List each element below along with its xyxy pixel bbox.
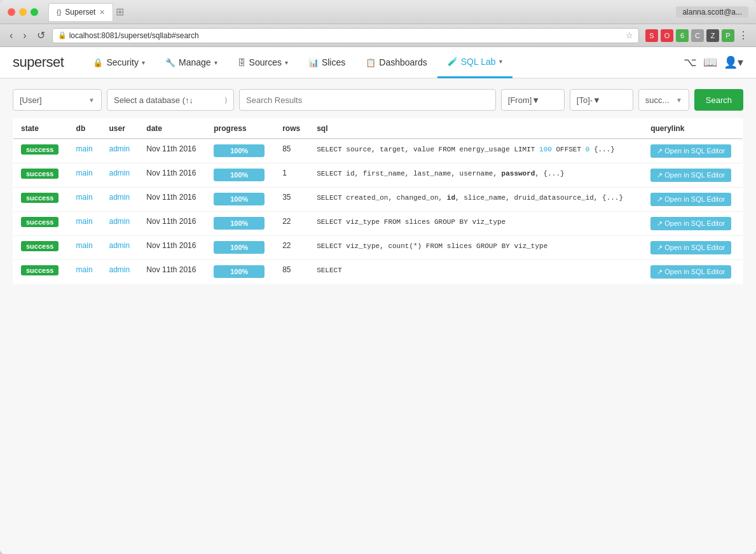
nav-item-sqllab[interactable]: 🧪 SQL Lab ▾ bbox=[437, 46, 512, 78]
table-row: success main admin Nov 11th 2016 100% 1 … bbox=[13, 163, 743, 188]
sql-code: SELECT viz_type FROM slices GROUP BY viz… bbox=[317, 217, 635, 228]
user-menu[interactable]: alanna.scott@a... bbox=[676, 6, 748, 18]
open-editor-button[interactable]: ↗ Open in SQL Editor bbox=[650, 265, 731, 279]
close-button[interactable] bbox=[8, 8, 15, 16]
nav-item-dashboards[interactable]: 📋 Dashboards bbox=[355, 46, 437, 78]
cell-user: admin bbox=[102, 163, 139, 188]
nav-label-manage: Manage bbox=[179, 57, 211, 67]
search-input-wrapper[interactable] bbox=[239, 89, 496, 111]
github-icon[interactable]: ⌥ bbox=[684, 55, 697, 69]
user-link[interactable]: admin bbox=[109, 144, 130, 153]
user-link[interactable]: admin bbox=[109, 169, 130, 177]
ext-icon-1[interactable]: S bbox=[645, 29, 658, 42]
user-link[interactable]: admin bbox=[109, 193, 130, 202]
cell-date: Nov 11th 2016 bbox=[139, 188, 206, 212]
progress-bar: 100% bbox=[214, 241, 265, 254]
open-editor-button[interactable]: ↗ Open in SQL Editor bbox=[650, 241, 731, 254]
forward-button[interactable]: › bbox=[20, 29, 29, 43]
security-icon: 🔒 bbox=[93, 58, 103, 67]
more-extensions-button[interactable]: ⋮ bbox=[737, 29, 750, 42]
slices-icon: 📊 bbox=[308, 58, 319, 67]
user-link[interactable]: admin bbox=[109, 265, 130, 274]
browser-toolbar: ‹ › ↺ 🔒 localhost:8081/superset/sqllab#s… bbox=[0, 24, 756, 47]
from-filter[interactable]: [From]▼ bbox=[501, 89, 565, 111]
status-badge: success bbox=[21, 144, 58, 155]
db-link[interactable]: main bbox=[76, 217, 93, 226]
table-row: success main admin Nov 11th 2016 100% 85… bbox=[13, 260, 743, 284]
status-filter-text: succ... bbox=[645, 95, 672, 105]
status-filter-caret-icon: ▼ bbox=[676, 97, 682, 104]
db-link[interactable]: main bbox=[76, 193, 93, 202]
table-row: success main admin Nov 11th 2016 100% 85… bbox=[13, 139, 743, 163]
cell-rows: 22 bbox=[275, 236, 309, 260]
progress-fill: 100% bbox=[214, 193, 265, 205]
db-link[interactable]: main bbox=[76, 144, 93, 153]
cell-querylink: ↗ Open in SQL Editor bbox=[643, 188, 743, 212]
database-filter-caret-icon: ) bbox=[225, 97, 227, 104]
search-input[interactable] bbox=[246, 95, 489, 105]
manage-icon: 🔧 bbox=[165, 58, 175, 67]
db-link[interactable]: main bbox=[76, 241, 93, 250]
maximize-button[interactable] bbox=[31, 8, 38, 16]
cell-sql: SELECT id, first_name, last_name, userna… bbox=[309, 163, 643, 188]
sql-code: SELECT id, first_name, last_name, userna… bbox=[317, 169, 635, 180]
cell-date: Nov 11th 2016 bbox=[139, 139, 206, 163]
cell-progress: 100% bbox=[206, 188, 275, 212]
ext-icon-3[interactable]: 6 bbox=[676, 29, 689, 42]
bookmark-icon[interactable]: ☆ bbox=[626, 31, 633, 40]
db-link[interactable]: main bbox=[76, 265, 93, 274]
ext-icon-6[interactable]: P bbox=[722, 29, 734, 42]
cell-rows: 22 bbox=[275, 212, 309, 236]
address-bar[interactable]: 🔒 localhost:8081/superset/sqllab#search … bbox=[52, 28, 639, 43]
table-row: success main admin Nov 11th 2016 100% 22… bbox=[13, 236, 743, 260]
cell-sql: SELECT source, target, value FROM energy… bbox=[309, 139, 643, 163]
to-filter-text: [To]-▼ bbox=[577, 95, 626, 105]
status-filter[interactable]: succ... ▼ bbox=[638, 89, 689, 111]
progress-bar: 100% bbox=[214, 217, 265, 230]
progress-fill: 100% bbox=[214, 217, 265, 230]
sql-code: SELECT source, target, value FROM energy… bbox=[317, 144, 635, 156]
user-link[interactable]: admin bbox=[109, 217, 130, 226]
open-editor-button[interactable]: ↗ Open in SQL Editor bbox=[650, 169, 731, 182]
cell-state: success bbox=[13, 212, 69, 236]
nav-item-sources[interactable]: 🗄 Sources ▾ bbox=[228, 46, 298, 78]
nav-item-manage[interactable]: 🔧 Manage ▾ bbox=[155, 46, 228, 78]
user-icon[interactable]: 👤▾ bbox=[724, 55, 743, 69]
database-filter[interactable]: Select a database (↑↓ ) bbox=[107, 89, 234, 111]
user-link[interactable]: admin bbox=[109, 241, 130, 250]
open-editor-button[interactable]: ↗ Open in SQL Editor bbox=[650, 193, 731, 206]
to-filter[interactable]: [To]-▼ bbox=[570, 89, 633, 111]
app-logo[interactable]: superset bbox=[13, 54, 64, 71]
minimize-button[interactable] bbox=[19, 8, 27, 16]
ext-icon-2[interactable]: O bbox=[661, 29, 673, 42]
open-editor-button[interactable]: ↗ Open in SQL Editor bbox=[650, 217, 731, 230]
tab-close-button[interactable]: ✕ bbox=[99, 8, 105, 17]
user-filter[interactable]: [User] ▼ bbox=[13, 89, 102, 111]
back-button[interactable]: ‹ bbox=[6, 29, 16, 43]
open-editor-button[interactable]: ↗ Open in SQL Editor bbox=[650, 144, 731, 158]
progress-fill: 100% bbox=[214, 265, 265, 278]
cell-state: success bbox=[13, 260, 69, 284]
col-state: state bbox=[13, 119, 69, 139]
nav-item-security[interactable]: 🔒 Security ▾ bbox=[83, 46, 155, 78]
cell-progress: 100% bbox=[206, 139, 275, 163]
header-actions: ⌥ 📖 👤▾ bbox=[684, 55, 743, 69]
refresh-button[interactable]: ↺ bbox=[34, 28, 48, 43]
nav-menu: 🔒 Security ▾ 🔧 Manage ▾ 🗄 Sources ▾ 📊 Sl… bbox=[83, 46, 684, 78]
cell-rows: 85 bbox=[275, 139, 309, 163]
browser-tab[interactable]: {} Superset ✕ bbox=[48, 3, 113, 21]
nav-item-slices[interactable]: 📊 Slices bbox=[298, 46, 355, 78]
table-row: success main admin Nov 11th 2016 100% 35… bbox=[13, 188, 743, 212]
docs-icon[interactable]: 📖 bbox=[703, 55, 717, 69]
nav-label-sources: Sources bbox=[249, 57, 282, 67]
col-user: user bbox=[102, 119, 139, 139]
new-tab-button[interactable]: ⊞ bbox=[116, 6, 124, 18]
tab-bar: {} Superset ✕ ⊞ bbox=[48, 3, 676, 21]
cell-progress: 100% bbox=[206, 163, 275, 188]
ext-icon-5[interactable]: Z bbox=[706, 29, 719, 42]
cell-db: main bbox=[69, 139, 102, 163]
ext-icon-4[interactable]: C bbox=[691, 29, 704, 42]
search-button[interactable]: Search bbox=[694, 89, 743, 111]
status-badge: success bbox=[21, 241, 58, 251]
db-link[interactable]: main bbox=[76, 169, 93, 177]
